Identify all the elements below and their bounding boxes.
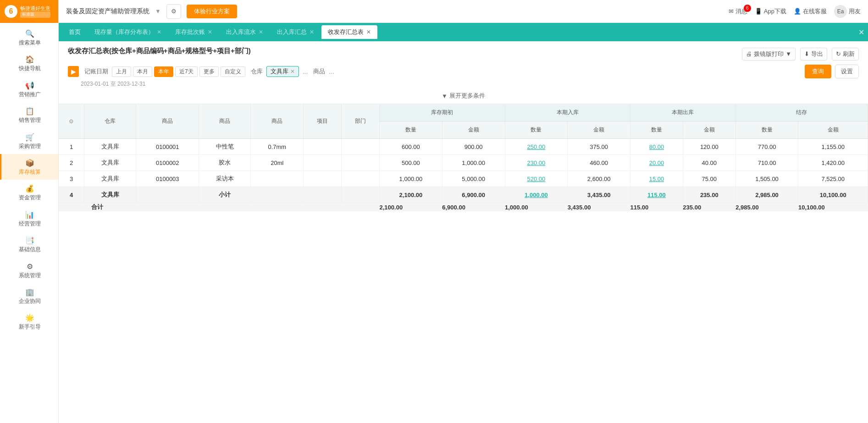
- row-warehouse: 文具库: [84, 139, 136, 155]
- query-button[interactable]: 查询: [805, 65, 831, 78]
- tab-receive-summary-close[interactable]: ✕: [366, 29, 371, 35]
- goods-more[interactable]: ...: [329, 68, 334, 75]
- table-row: 2 文具库 0100002 胶水 20ml 500.00 1,000.00 23…: [59, 155, 868, 171]
- sidebar-item-basic[interactable]: 📑 基础信息: [0, 231, 58, 257]
- col-dept-header: 部门: [342, 104, 380, 139]
- row-in-qty[interactable]: 520.00: [505, 171, 568, 187]
- message-action[interactable]: ✉ 消息 6: [729, 7, 747, 16]
- row-no: 2: [59, 155, 84, 171]
- table-row: 1 文具库 0100001 中性笔 0.7mm 600.00 900.00 25…: [59, 139, 868, 155]
- tab-inout-flow-label: 出入库流水: [226, 28, 256, 36]
- trial-button[interactable]: 体验行业方案: [187, 5, 237, 18]
- tab-inout-flow[interactable]: 出入库流水 ✕: [220, 25, 270, 39]
- row-out-qty[interactable]: 20.00: [630, 155, 683, 171]
- col-spec-header: 商品: [251, 104, 304, 139]
- main-area: 装备及固定资产辅助管理系统 ▼ ⚙ 体验行业方案 ✉ 消息 6 📱 App下载 …: [59, 0, 868, 423]
- btn-last-month[interactable]: 上月: [112, 66, 131, 77]
- row-spec: 20ml: [251, 155, 304, 171]
- data-table-container: ⚙ 仓库 商品 商品 商品 项目 部门 库存期初 本期入库 本期出库 结存 数量: [59, 104, 868, 423]
- sidebar-item-finance[interactable]: 💰 资金管理: [0, 180, 58, 205]
- total-out-qty: 115.00: [630, 203, 683, 212]
- col-out-amt-header: 金额: [683, 121, 735, 139]
- row-code: [136, 187, 199, 203]
- online-service-action[interactable]: 👤 在线客服: [794, 7, 827, 16]
- btn-more-dates[interactable]: 更多: [199, 66, 219, 77]
- tab-inout-summary[interactable]: 出入库汇总 ✕: [271, 25, 321, 39]
- topbar-settings-button[interactable]: ⚙: [166, 4, 181, 19]
- tab-receive-summary-label: 收发存汇总表: [328, 28, 364, 36]
- total-row: 合计 2,100.00 6,900.00 1,000.00 3,435.00 1…: [59, 203, 868, 212]
- col-settings-header[interactable]: ⚙: [59, 104, 84, 139]
- app-download-action[interactable]: 📱 App下载: [755, 7, 786, 16]
- tab-batch-close[interactable]: ✕: [208, 29, 212, 35]
- sidebar-item-system[interactable]: ⚙ 系统管理: [0, 258, 58, 283]
- warehouse-tag-value: 文具库: [271, 67, 288, 76]
- basic-icon: 📑: [25, 236, 34, 245]
- tab-inout-summary-close[interactable]: ✕: [310, 29, 314, 35]
- system-icon: ⚙: [27, 262, 33, 271]
- date-label: 记账日期: [84, 67, 108, 76]
- settings-button[interactable]: 设置: [835, 65, 859, 78]
- print-button[interactable]: 🖨 拨镜版打印 ▼: [742, 48, 796, 60]
- row-dept: [342, 187, 380, 203]
- sidebar-item-purchase[interactable]: 🛒 采购管理: [0, 128, 58, 154]
- logo-icon: 6: [5, 5, 17, 18]
- sidebar-item-inventory[interactable]: 📦 库存核算: [0, 154, 58, 180]
- app-logo: 6 畅捷通好生意 标准版: [0, 0, 58, 23]
- row-no: 4: [59, 187, 84, 203]
- btn-custom-date[interactable]: 自定义: [221, 66, 245, 77]
- expand-conditions-btn[interactable]: ▼ 展开更多条件: [442, 92, 485, 100]
- tab-receive-summary[interactable]: 收发存汇总表 ✕: [321, 25, 377, 39]
- btn-7days[interactable]: 近7天: [175, 66, 198, 77]
- tab-batch[interactable]: 库存批次账 ✕: [169, 25, 219, 39]
- export-button[interactable]: ⬇ 导出: [800, 48, 827, 60]
- guide-icon: 🌟: [25, 313, 34, 322]
- row-out-qty[interactable]: 80.00: [630, 139, 683, 155]
- operations-label: 经营管理: [19, 220, 41, 227]
- sidebar-item-quicknav[interactable]: 🏠 快捷导航: [0, 50, 58, 76]
- user-avatar: Ea: [834, 5, 847, 18]
- user-action[interactable]: Ea 用友: [834, 5, 861, 18]
- sidebar-item-marketing[interactable]: 📢 营销推广: [0, 77, 58, 102]
- tab-stock-dist[interactable]: 现存量（库存分布表） ✕: [88, 25, 168, 39]
- tab-home[interactable]: 首页: [62, 25, 87, 39]
- warehouse-label: 仓库: [251, 67, 263, 76]
- sidebar-item-guide[interactable]: 🌟 新手引导: [0, 309, 58, 335]
- warehouse-tag-close[interactable]: ✕: [290, 68, 295, 75]
- tab-inout-flow-close[interactable]: ✕: [259, 29, 263, 35]
- btn-this-month[interactable]: 本月: [133, 66, 152, 77]
- row-opening-amt: 900.00: [442, 139, 505, 155]
- sidebar-item-sales[interactable]: 📋 销售管理: [0, 102, 58, 128]
- dropdown-icon: ▼: [155, 8, 161, 15]
- refresh-button[interactable]: ↻ 刷新: [832, 48, 859, 60]
- inventory-label: 库存核算: [19, 169, 41, 175]
- sidebar-item-operations[interactable]: 📊 经营管理: [0, 206, 58, 231]
- row-in-qty[interactable]: 230.00: [505, 155, 568, 171]
- sidebar-item-enterprise[interactable]: 🏢 企业协同: [0, 283, 58, 309]
- total-label: 合计: [59, 203, 136, 212]
- tab-stock-dist-close[interactable]: ✕: [157, 29, 161, 35]
- sales-label: 销售管理: [19, 117, 41, 123]
- row-spec: [251, 171, 304, 187]
- close-all-tabs[interactable]: ✕: [858, 28, 864, 37]
- sidebar: 6 畅捷通好生意 标准版 🔍 搜索菜单 🏠 快捷导航 📢 营销推广 📋 销售管理…: [0, 0, 59, 423]
- sidebar-item-search[interactable]: 🔍 搜索菜单: [0, 25, 58, 50]
- row-in-qty[interactable]: 250.00: [505, 139, 568, 155]
- row-opening-qty: 2,100.00: [380, 187, 442, 203]
- print-chevron: ▼: [785, 50, 791, 57]
- total-opening-qty: 2,100.00: [380, 203, 442, 212]
- row-out-qty[interactable]: 115.00: [630, 187, 683, 203]
- row-in-qty[interactable]: 1,000.00: [505, 187, 568, 203]
- search-label: 搜索菜单: [19, 39, 41, 46]
- warehouse-more[interactable]: ...: [303, 68, 308, 75]
- col-balance-header: 结存: [735, 104, 868, 121]
- row-name: 小计: [199, 187, 251, 203]
- row-warehouse: 文具库: [84, 155, 136, 171]
- filter-toggle-btn[interactable]: ▶: [68, 66, 79, 77]
- btn-this-year[interactable]: 本年: [154, 66, 173, 77]
- enterprise-label: 企业协同: [19, 298, 41, 304]
- row-out-qty[interactable]: 15.00: [630, 171, 683, 187]
- row-out-amt: 40.00: [683, 155, 735, 171]
- row-opening-qty: 600.00: [380, 139, 442, 155]
- export-icon: ⬇: [804, 50, 809, 57]
